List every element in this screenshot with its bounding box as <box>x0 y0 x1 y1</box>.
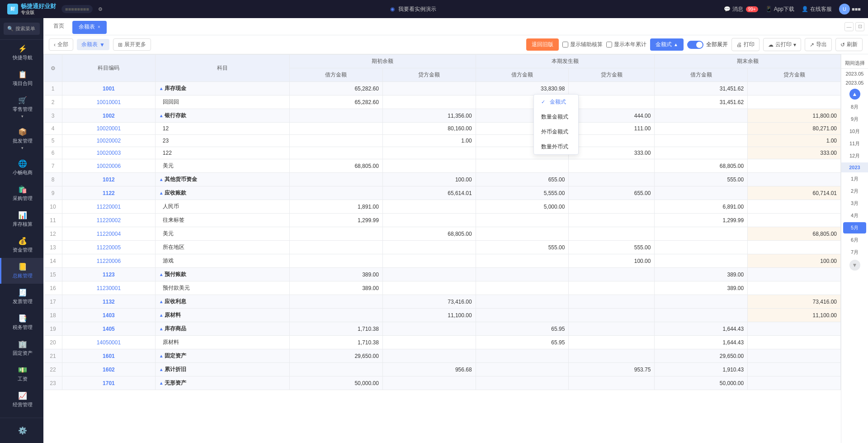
sidebar-item-ledger[interactable]: 📒 总账管理 <box>0 258 43 284</box>
row-code: 1403 <box>62 309 156 322</box>
expand-toggle[interactable] <box>687 41 703 49</box>
back-version-btn[interactable]: 退回旧版 <box>526 38 559 51</box>
table-row[interactable]: 15 1123 ▲ 预付账款 389.00 389.00 <box>44 268 841 281</box>
table-row[interactable]: 12 11220004 美元 68,805.00 68,805.00 <box>44 227 841 241</box>
search-bar[interactable]: ■■■■■■■■ <box>61 5 93 13</box>
sidebar-item-finance[interactable]: 💰 资金管理 <box>0 232 43 258</box>
period-3[interactable]: 3月 <box>841 198 868 209</box>
cloud-print-btn[interactable]: ☁ 云打印 ▾ <box>763 38 801 51</box>
table-row[interactable]: 2 10010001 回回回 65,282.60 33,830.98 31,45… <box>44 95 841 109</box>
sidebar-item-invoice[interactable]: 🧾 发票管理 <box>0 284 43 310</box>
sidebar-item-settings[interactable]: ⚙️ <box>0 423 43 438</box>
dropdown-item-amount[interactable]: 金额式 <box>534 95 578 110</box>
sidebar-item-report[interactable]: 📄 小畅报销 <box>0 413 43 418</box>
table-row[interactable]: 4 10020001 12 80,160.00 111.00 80,271.00 <box>44 123 841 135</box>
table-settings-icon[interactable]: ⚙ <box>47 63 58 74</box>
table-row[interactable]: 22 1602 ▲ 累计折旧 956.68 953.75 1,910.43 <box>44 363 841 376</box>
sidebar-item-purchase[interactable]: 🛍️ 采购管理 <box>0 181 43 206</box>
table-row[interactable]: 20 14050001 原材料 1,710.38 65.95 1,644.43 <box>44 336 841 349</box>
sidebar-item-inventory[interactable]: 📊 库存核算 <box>0 206 43 232</box>
period-6[interactable]: 6月 <box>841 234 868 246</box>
breadcrumb-back-btn[interactable]: ‹ 全部 <box>49 38 73 51</box>
period-2[interactable]: 2月 <box>841 186 868 197</box>
period-5[interactable]: 5月 <box>843 222 866 233</box>
row-credit-begin <box>382 241 476 254</box>
demo-link[interactable]: ◉ 我要看实例演示 <box>390 5 436 13</box>
print-btn[interactable]: 🖨 打印 <box>731 38 760 51</box>
dropdown-item-qty-amount[interactable]: 数量金额式 <box>534 110 578 124</box>
table-row[interactable]: 9 1122 ▲ 应收账款 65,614.01 5,555.00 655.00 … <box>44 186 841 200</box>
table-row[interactable]: 10 11220001 人民币 1,891.00 5,000.00 6,891.… <box>44 200 841 214</box>
online-service-btn[interactable]: 👤 在线客服 <box>802 5 832 13</box>
sidebar-item-retail[interactable]: 🛒 零售管理 ▾ <box>0 91 43 123</box>
tab-ctrl-minimize[interactable]: — <box>844 22 854 31</box>
row-credit-end <box>748 268 841 281</box>
refresh-btn[interactable]: ↺ 刷新 <box>835 38 863 51</box>
dropdown-item-qty-foreign[interactable]: 数量外币式 <box>534 139 578 154</box>
period-nav-down[interactable]: ▼ <box>849 260 860 271</box>
period-8[interactable]: 8月 <box>841 101 868 113</box>
search-menu-btn[interactable]: 🔍 搜索菜单 <box>4 23 40 35</box>
show-ytd-checkbox[interactable]: 显示本年累计 <box>606 41 646 48</box>
sidebar-item-salary[interactable]: 💵 工资 <box>0 361 43 387</box>
period-year-2023[interactable]: 2023 <box>841 162 868 172</box>
period-10[interactable]: 10月 <box>841 126 868 137</box>
mode-btn[interactable]: 金额式 ▲ <box>650 38 684 51</box>
dropdown-item-foreign-amount[interactable]: 外币金额式 <box>534 124 578 139</box>
mode-dropdown: 金额式 数量金额式 外币金额式 数量外币式 <box>533 94 579 155</box>
tab-ctrl-maximize[interactable]: ⊡ <box>855 22 864 31</box>
table-row[interactable]: 11 11220002 往来标签 1,299.99 1,299.99 <box>44 214 841 227</box>
settings-col-header[interactable]: ⚙ <box>44 55 62 82</box>
table-row[interactable]: 16 11230001 预付款美元 389.00 389.00 <box>44 281 841 295</box>
tab-balance[interactable]: 余额表 × <box>72 21 107 34</box>
table-row[interactable]: 6 10020003 122 333.00 333.00 <box>44 147 841 159</box>
export-btn[interactable]: ↗ 导出 <box>805 38 832 51</box>
ytd-label: 显示本年累计 <box>614 41 646 48</box>
sidebar-item-assets[interactable]: 🏢 固定资产 <box>0 335 43 361</box>
settings-icon-top[interactable]: ⚙ <box>98 6 103 12</box>
table-row[interactable]: 1 1001 ▲ 库存现金 65,282.60 33,830.98 31,451… <box>44 82 841 95</box>
row-name: ▲ 应收账款 <box>155 186 289 200</box>
sidebar-item-project[interactable]: 📋 项目合同 <box>0 66 43 91</box>
app-download-btn[interactable]: 📱 App下载 <box>765 5 794 13</box>
auxiliary-checkbox-input[interactable] <box>562 42 568 48</box>
period-1[interactable]: 1月 <box>841 173 868 185</box>
ytd-checkbox-input[interactable] <box>606 42 612 48</box>
sidebar-item-business[interactable]: 📈 经营管理 <box>0 387 43 413</box>
sidebar-item-shortcut[interactable]: ⚡ 快捷导航 <box>0 40 43 66</box>
sidebar-item-wholesale[interactable]: 📦 批发管理 ▾ <box>0 123 43 155</box>
table-row[interactable]: 19 1405 ▲ 库存商品 1,710.38 65.95 1,644.43 <box>44 322 841 336</box>
table-row[interactable]: 18 1403 ▲ 原材料 11,100.00 11,100.00 <box>44 309 841 322</box>
show-auxiliary-checkbox[interactable]: 显示辅助核算 <box>562 41 603 48</box>
row-credit-current <box>569 322 655 336</box>
period-9[interactable]: 9月 <box>841 114 868 125</box>
row-name: 12 <box>155 123 289 135</box>
tab-home[interactable]: 首页 <box>47 18 71 35</box>
period-7[interactable]: 7月 <box>841 247 868 258</box>
sidebar-item-tax[interactable]: 📑 税务管理 <box>0 310 43 335</box>
message-btn[interactable]: 💬 消息 99+ <box>724 5 758 13</box>
table-row[interactable]: 23 1701 ▲ 无形资产 50,000.00 50,000.00 <box>44 376 841 390</box>
user-avatar[interactable]: U ■■■ <box>839 4 861 14</box>
table-row[interactable]: 8 1012 ▲ 其他货币资金 100.00 655.00 555.00 <box>44 173 841 186</box>
app-version: 专业版 <box>21 10 56 16</box>
table-container[interactable]: ⚙ 科目编码 科目 期初余额 本期发生额 期末余额 借方金额 贷方金额 借方金额 <box>43 54 841 443</box>
table-row[interactable]: 5 10020002 23 1.00 1.00 <box>44 135 841 147</box>
row-credit-begin: 956.68 <box>382 363 476 376</box>
period-12[interactable]: 12月 <box>841 150 868 162</box>
row-debit-current <box>476 376 569 390</box>
period-4[interactable]: 4月 <box>841 210 868 221</box>
table-row[interactable]: 14 11220006 游戏 100.00 100.00 <box>44 254 841 268</box>
table-row[interactable]: 17 1132 ▲ 应收利息 73,416.00 73,416.00 <box>44 295 841 309</box>
table-row[interactable]: 13 11220005 所在地区 555.00 555.00 <box>44 241 841 254</box>
expand-more-btn[interactable]: ⊞ 展开更多 <box>113 38 151 51</box>
row-debit-end: 1,644.43 <box>655 336 748 349</box>
tab-close-icon[interactable]: × <box>98 24 100 29</box>
period-nav-up[interactable]: ▲ <box>849 89 860 100</box>
table-row[interactable]: 21 1601 ▲ 固定资产 29,650.00 29,650.00 <box>44 349 841 363</box>
table-row[interactable]: 7 10020006 美元 68,805.00 68,805.00 <box>44 159 841 173</box>
table-row[interactable]: 3 1002 ▲ 银行存款 11,356.00 444.00 11,800.00 <box>44 109 841 123</box>
sidebar-item-ecommerce[interactable]: 🌐 小畅电商 <box>0 155 43 181</box>
expand-toggle-label: 全部展开 <box>706 41 728 48</box>
period-11[interactable]: 11月 <box>841 138 868 149</box>
